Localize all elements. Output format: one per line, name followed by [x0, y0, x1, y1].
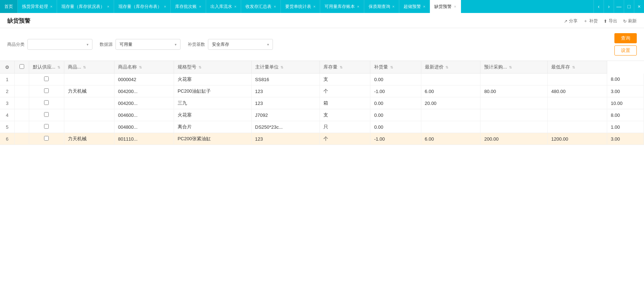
table-row: 3 004200... 三九 123 箱 0.00 20.00 10.00 — [0, 97, 644, 109]
datasource-filter-group: 数据源 可用量 ▾ — [100, 39, 180, 50]
col-product-name-header[interactable]: 商品名称 ⇅ — [114, 61, 174, 74]
replenish-base-chevron-down-icon: ▾ — [267, 43, 269, 47]
col-est-purchase-header[interactable]: 预计采购... ⇅ — [480, 61, 548, 74]
row-select-5[interactable] — [44, 136, 49, 141]
replenish-base-label: 补货基数 — [188, 41, 205, 48]
row-index-0: 1 — [0, 74, 14, 85]
export-button[interactable]: ⬆ 导出 — [604, 18, 617, 24]
table-header-row: ⚙ 默认供应... ⇅ 商品... ⇅ 商品名称 ⇅ — [0, 61, 644, 74]
row-checkbox-3[interactable] — [29, 109, 64, 121]
data-table: ⚙ 默认供应... ⇅ 商品... ⇅ 商品名称 ⇅ — [0, 61, 644, 145]
row-product-code-3: 004600... — [114, 109, 174, 121]
close-tab-1[interactable]: × — [50, 4, 52, 9]
tab-inout-flow[interactable]: 出入库流水 × — [206, 0, 241, 13]
datasource-select[interactable]: 可用量 ▾ — [116, 39, 180, 50]
query-button[interactable]: 查询 — [614, 33, 637, 43]
window-close[interactable]: × — [634, 0, 644, 13]
tab-demand-stats[interactable]: 要货单统计表 × — [281, 0, 320, 13]
row-select-2[interactable] — [44, 100, 49, 105]
datasource-label: 数据源 — [100, 41, 113, 48]
col-unit-header[interactable]: 主计量单位 ⇅ — [251, 61, 320, 74]
tab-stock-status[interactable]: 现存量（库存状况表） × — [57, 0, 114, 13]
row-product-code-0: 0000042 — [114, 74, 174, 85]
category-select[interactable]: ▾ — [27, 39, 92, 50]
tab-home[interactable]: 首页 — [0, 0, 18, 13]
row-checkbox-5[interactable] — [29, 133, 64, 145]
share-button[interactable]: ↗ 分享 — [564, 18, 578, 24]
row-select-0[interactable] — [44, 76, 49, 81]
col-replenish-header[interactable]: 补货量 ⇅ — [370, 61, 421, 74]
tab-receipt-summary[interactable]: 收发存汇总表 × — [241, 0, 280, 13]
sort-stock-icon: ⇅ — [340, 65, 343, 69]
table-body: 1 0000042 火花塞 SS816 支 0.00 8.00 2 力天机械 0… — [0, 74, 644, 145]
row-settings-5 — [14, 133, 29, 145]
tab-picking-exception[interactable]: 拣货异常处理 × — [18, 0, 57, 13]
tab-scroll-right[interactable]: › — [604, 0, 614, 13]
row-product-name-4: 离合片 — [174, 121, 251, 133]
row-replenish-0 — [421, 74, 480, 85]
table-row: 1 0000042 火花塞 SS816 支 0.00 8.00 — [0, 74, 644, 85]
close-tab-11[interactable]: × — [454, 4, 456, 9]
table-row: 5 004800... 离合片 DS250*23c... 只 0.00 1.00 — [0, 121, 644, 133]
table-row: 2 力天机械 004200... PC200油缸缸子 123 个 -1.00 6… — [0, 85, 644, 97]
replenish-button[interactable]: ＋ 补货 — [583, 18, 598, 24]
close-tab-10[interactable]: × — [423, 4, 425, 9]
row-index-3: 4 — [0, 109, 14, 121]
sort-supplier-icon: ⇅ — [57, 65, 60, 69]
gear-icon[interactable]: ⚙ — [5, 65, 9, 70]
close-tab-8[interactable]: × — [357, 4, 359, 9]
close-tab-9[interactable]: × — [392, 4, 395, 9]
row-select-4[interactable] — [44, 124, 49, 129]
row-product-code-5: 801110... — [114, 133, 174, 145]
row-stock-5: -1.00 — [370, 133, 421, 145]
row-checkbox-4[interactable] — [29, 121, 64, 133]
row-checkbox-1[interactable] — [29, 85, 64, 97]
row-checkbox-0[interactable] — [29, 74, 64, 85]
row-product-code-1: 004200... — [114, 85, 174, 97]
col-product-code-header[interactable]: 商品... ⇅ — [64, 61, 114, 74]
row-min-stock-5: 3.00 — [607, 133, 644, 145]
row-est-purchase-5: 1200.00 — [548, 133, 607, 145]
col-min-stock-header[interactable]: 最低库存 ⇅ — [548, 61, 607, 74]
row-product-name-2: 三九 — [174, 97, 251, 109]
tab-overstock-warning[interactable]: 超储预警 × — [399, 0, 430, 13]
category-filter-group: 商品分类 ▾ — [7, 39, 92, 50]
row-select-3[interactable] — [44, 112, 49, 117]
close-tab-5[interactable]: × — [234, 4, 236, 9]
window-minimize[interactable]: — — [614, 0, 624, 13]
row-settings-0 — [14, 74, 29, 85]
page-title: 缺货预警 — [7, 17, 30, 25]
col-latest-price-header[interactable]: 最新进价 ⇅ — [421, 61, 480, 74]
tab-available-ledger[interactable]: 可用量库存账本 × — [320, 0, 364, 13]
window-maximize[interactable]: □ — [624, 0, 634, 13]
tab-shortage-warning[interactable]: 缺货预警 × — [430, 0, 461, 13]
row-latest-price-1: 80.00 — [480, 85, 548, 97]
tab-bar: 首页 拣货异常处理 × 现存量（库存状况表） × 现存量（库存分布表） × 库存… — [0, 0, 644, 13]
close-tab-2[interactable]: × — [107, 4, 109, 9]
row-spec-1: 123 — [251, 85, 320, 97]
row-est-purchase-4 — [548, 121, 607, 133]
select-all-checkbox[interactable] — [19, 64, 24, 69]
close-tab-7[interactable]: × — [313, 4, 316, 9]
tab-expiry-query[interactable]: 保质期查询 × — [364, 0, 399, 13]
datasource-chevron-down-icon: ▾ — [175, 43, 177, 47]
row-checkbox-2[interactable] — [29, 97, 64, 109]
refresh-button[interactable]: ↻ 刷新 — [623, 18, 637, 24]
row-select-1[interactable] — [44, 88, 49, 93]
tab-stock-distribution[interactable]: 现存量（库存分布表） × — [114, 0, 171, 13]
settings-button[interactable]: 设置 — [614, 45, 637, 56]
col-spec-header[interactable]: 规格型号 ⇅ — [174, 61, 251, 74]
close-tab-6[interactable]: × — [274, 4, 276, 9]
row-unit-0: 支 — [320, 74, 370, 85]
col-checkbox-header — [14, 61, 29, 74]
tab-scroll-left[interactable]: ‹ — [593, 0, 604, 13]
close-tab-4[interactable]: × — [199, 4, 201, 9]
col-stock-header[interactable]: 库存量 ⇅ — [320, 61, 370, 74]
row-supplier-0 — [64, 74, 114, 85]
replenish-base-select[interactable]: 安全库存 ▾ — [208, 39, 273, 50]
row-stock-2: 0.00 — [370, 97, 421, 109]
tab-batch-account[interactable]: 库存批次账 × — [171, 0, 206, 13]
close-tab-3[interactable]: × — [164, 4, 166, 9]
col-supplier-header[interactable]: 默认供应... ⇅ — [29, 61, 64, 74]
row-spec-3: J7092 — [251, 109, 320, 121]
